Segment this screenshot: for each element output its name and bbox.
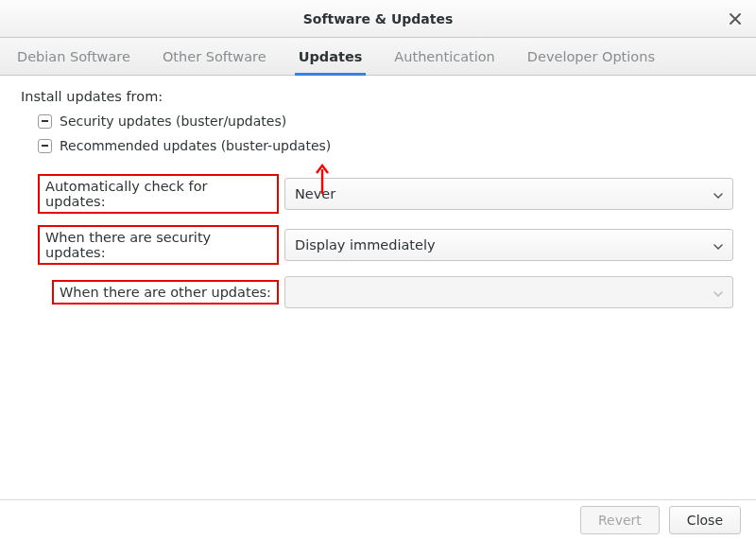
chevron-down-icon xyxy=(713,186,723,201)
tab-other-software[interactable]: Other Software xyxy=(163,38,266,75)
tab-debian-software[interactable]: Debian Software xyxy=(17,38,130,75)
content-area: Install updates from: Security updates (… xyxy=(0,76,756,500)
recommended-updates-checkbox[interactable] xyxy=(38,139,52,153)
install-updates-from-label: Install updates from: xyxy=(21,89,735,104)
window-title: Software & Updates xyxy=(0,11,756,26)
chevron-down-icon xyxy=(713,285,723,300)
security-updates-setting-label: When there are security updates: xyxy=(38,225,279,265)
tab-bar: Debian Software Other Software Updates A… xyxy=(0,38,756,76)
titlebar: Software & Updates xyxy=(0,0,756,38)
other-updates-setting-label: When there are other updates: xyxy=(52,280,279,305)
auto-check-label: Automatically check for updates: xyxy=(38,174,279,214)
close-button[interactable]: Close xyxy=(669,506,741,534)
recommended-updates-label: Recommended updates (buster-updates) xyxy=(60,138,331,153)
chevron-down-icon xyxy=(713,237,723,253)
security-updates-label: Security updates (buster/updates) xyxy=(60,113,286,129)
other-updates-combo xyxy=(284,276,733,308)
recommended-updates-row: Recommended updates (buster-updates) xyxy=(38,138,735,153)
tab-developer-options[interactable]: Developer Options xyxy=(527,38,655,75)
update-settings-form: Automatically check for updates: Never W… xyxy=(38,174,733,308)
tab-updates[interactable]: Updates xyxy=(299,38,363,75)
security-updates-combo[interactable]: Display immediately xyxy=(284,229,733,261)
auto-check-combo[interactable]: Never xyxy=(284,178,733,210)
tab-authentication[interactable]: Authentication xyxy=(394,38,494,75)
close-icon[interactable] xyxy=(726,9,745,28)
footer: Revert Close xyxy=(0,500,756,540)
security-updates-checkbox[interactable] xyxy=(38,114,52,129)
revert-button: Revert xyxy=(580,506,660,534)
security-updates-value: Display immediately xyxy=(295,237,713,253)
auto-check-value: Never xyxy=(295,186,713,201)
security-updates-row: Security updates (buster/updates) xyxy=(38,113,735,129)
